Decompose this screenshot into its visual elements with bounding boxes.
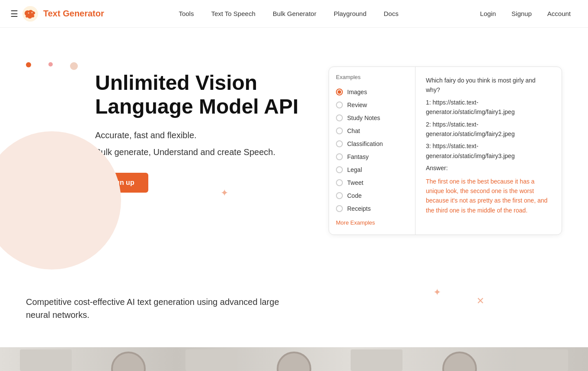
navbar: ☰ Text Generator Tools Text To Speech Bu… [0,0,588,28]
nav-signup[interactable]: Signup [505,6,539,21]
more-examples-link[interactable]: More Examples [329,215,415,228]
footer-rect-2 [185,349,237,371]
nav-login[interactable]: Login [473,6,503,21]
example-item-fantasy[interactable]: Fantasy [329,150,415,163]
example-line-1: 1: https://static.text-generator.io/stat… [426,98,551,117]
example-answer-text: The first one is the best because it has… [426,177,551,216]
nav-links: Tools Text To Speech Bulk Generator Play… [172,6,405,21]
nav-docs[interactable]: Docs [377,6,406,21]
example-item-images[interactable]: Images [329,86,415,98]
svg-point-1 [28,12,29,13]
nav-text-to-speech[interactable]: Text To Speech [204,6,262,21]
hero-title: Unlimited Vision Language Model API [95,71,311,118]
nav-right: Login Signup Account [473,6,578,21]
bottom-tagline: Competitive cost-effective AI text gener… [26,295,285,321]
hero-left: Unlimited Vision Language Model API Accu… [95,62,311,193]
radio-classification[interactable] [336,140,343,147]
example-item-review[interactable]: Review [329,98,415,111]
deco-dot-1 [26,62,31,67]
footer-strip [0,347,588,371]
nav-playground[interactable]: Playground [327,6,374,21]
examples-content: Which fairy do you think is most girly a… [415,67,562,235]
radio-images[interactable] [336,89,343,95]
example-card: Examples Images Review Study Notes Chat … [329,67,562,235]
example-item-classification[interactable]: Classification [329,137,415,150]
example-item-receipts[interactable]: Receipts [329,202,415,215]
deco-dot-2 [48,62,53,67]
footer-circle-2 [277,352,311,371]
radio-legal[interactable] [336,166,343,173]
footer-rect-1 [20,349,72,371]
example-item-chat[interactable]: Chat [329,124,415,137]
radio-tweet[interactable] [336,179,343,186]
nav-account[interactable]: Account [540,6,578,21]
footer-circle-1 [111,352,146,371]
example-item-legal[interactable]: Legal [329,163,415,176]
radio-receipts[interactable] [336,205,343,212]
svg-point-2 [32,12,33,13]
hero-subtitle: Accurate, fast and flexible. [95,130,311,140]
example-line-2: 2: https://static.text-generator.io/stat… [426,120,551,139]
menu-icon[interactable]: ☰ [10,9,18,19]
brain-logo-icon [22,5,39,22]
deco-dot-3 [70,62,78,70]
footer-strip-inner [0,347,588,371]
example-line-3: 3: https://static.text-generator.io/stat… [426,141,551,161]
hero-section: ✦ ✦ ✕ Unlimited Vision Language Model AP… [0,28,588,287]
radio-code[interactable] [336,192,343,199]
example-item-study-notes[interactable]: Study Notes [329,111,415,124]
brand-logo-link[interactable]: Text Generator [22,5,104,22]
bottom-section: Competitive cost-effective AI text gener… [0,287,588,339]
brand-name: Text Generator [43,9,104,19]
hero-subtitle2: Bulk generate, Understand and create Spe… [95,147,311,157]
nav-tools[interactable]: Tools [172,6,201,21]
footer-rect-4 [516,349,568,371]
radio-fantasy[interactable] [336,153,343,160]
examples-label: Examples [329,74,415,86]
nav-bulk-generator[interactable]: Bulk Generator [266,6,323,21]
example-question: Which fairy do you think is most girly a… [426,76,551,95]
example-item-code[interactable]: Code [329,189,415,202]
deco-star-1: ✦ [220,187,228,199]
examples-sidebar: Examples Images Review Study Notes Chat … [329,67,415,235]
footer-rect-3 [351,349,403,371]
footer-circle-3 [442,352,477,371]
example-item-tweet[interactable]: Tweet [329,176,415,189]
radio-chat[interactable] [336,127,343,134]
example-answer-label: Answer: [426,163,551,173]
radio-review[interactable] [336,101,343,108]
radio-study-notes[interactable] [336,114,343,121]
